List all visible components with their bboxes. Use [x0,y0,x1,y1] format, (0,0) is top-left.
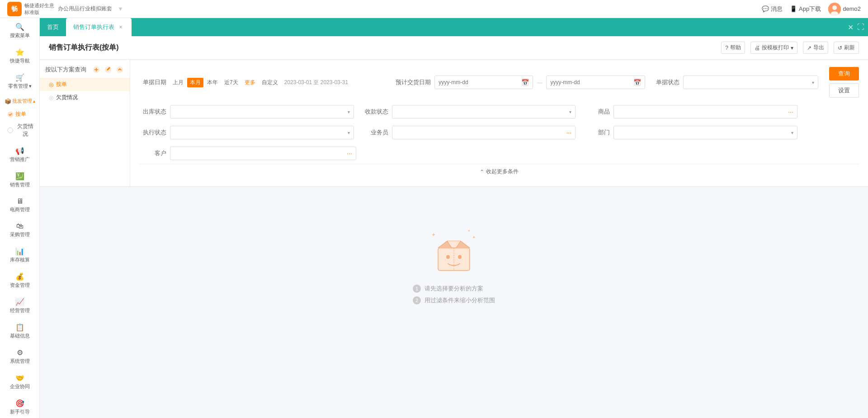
circle-icon [7,127,13,133]
chevron-up-icon: ⌃ [480,169,484,175]
expected-date-start-input[interactable] [439,79,475,86]
execution-status-dropdown[interactable]: ▾ [170,126,354,139]
tree-item-owed[interactable]: ◎ 欠货情况 [40,91,130,104]
query-button[interactable]: 查询 [829,67,859,81]
button-order-label: 按单 [15,110,26,118]
tip-text-2: 用过滤条件来缩小分析范围 [425,296,495,304]
sidebar-item-operations[interactable]: 📈 经营管理 [0,293,39,318]
sidebar-item-marketing[interactable]: 📢 营销推广 [0,142,39,167]
print-button[interactable]: 🖨 按模板打印 ▾ [750,42,797,54]
breadcrumb-text: 办公用品行业模拟账套 [58,5,112,13]
salesperson-more-button[interactable]: ··· [566,129,572,136]
sidebar-item-purchase[interactable]: 🛍 采购管理 [0,218,39,242]
collapse-scheme-button[interactable] [115,65,124,74]
empty-tips: 1 请先选择要分析的方案 2 用过滤条件来缩小分析范围 [413,285,495,304]
tab-close-button[interactable]: × [117,24,124,31]
tab-sales-order[interactable]: 销售订单执行表 × [66,18,132,36]
svg-text:✦: ✦ [467,229,471,233]
sidebar-item-basic[interactable]: 📋 基础信息 [0,318,39,344]
content-area: 首页 销售订单执行表 × ✕ ⛶ 销售订单执行表(按单) [40,18,868,418]
sidebar-item-sales-label: 销售管理 [0,181,39,188]
sidebar-item-system[interactable]: ⚙ 系统管理 [0,344,39,369]
logo-area: 畅 畅捷通好生意 标准版 [7,2,54,16]
expected-date-end[interactable]: 📅 [546,76,645,89]
department-dropdown[interactable]: ▾ [613,126,797,139]
payment-status-dropdown[interactable]: ▾ [392,105,576,119]
department-label: 部门 [583,128,610,137]
app-container: 畅 畅捷通好生意 标准版 办公用品行业模拟账套 ▼ 💬 消息 📱 App下载 [0,0,868,418]
expected-date-start[interactable]: 📅 [434,76,533,89]
date-buttons: 上月 本月 本年 近7天 更多 自定义 [170,78,281,87]
settings-button[interactable]: 设置 [829,83,859,98]
sidebar-item-sales[interactable]: 💹 销售管理 [0,167,39,193]
collapse-more-button[interactable]: ⌃ 收起更多条件 [139,164,859,179]
export-button[interactable]: ↗ 导出 [803,42,828,54]
top-bar: 畅 畅捷通好生意 标准版 办公用品行业模拟账套 ▼ 💬 消息 📱 App下载 [0,0,868,18]
sidebar-item-inventory[interactable]: 📊 库存核算 [0,242,39,268]
sidebar-item-search-label: 搜索菜单 [0,32,39,39]
payment-dropdown-arrow: ▾ [569,109,571,114]
salesperson-input[interactable]: ··· [392,126,576,139]
refresh-icon: ↺ [838,45,842,51]
tab-close-all-icon[interactable]: ✕ [848,23,854,32]
sidebar-item-owed[interactable]: 欠货情况 [0,120,39,140]
refresh-button[interactable]: ↺ 刷新 [834,42,859,54]
goods-more-button[interactable]: ··· [788,108,793,115]
empty-state: ✦ ✦ ✦ 1 请先选择要分析的方案 2 用过滤条件来缩小分析范围 [40,187,868,341]
top-bar-right: 💬 消息 📱 App下载 demo2 [762,3,861,15]
execution-dropdown-arrow: ▾ [348,130,350,135]
tree-item-button-order[interactable]: ◎ 按单 [40,78,130,91]
sidebar-item-retail[interactable]: 🛒 零售管理 ▾ [0,69,39,94]
date-btn-custom[interactable]: 自定义 [259,78,281,87]
tab-bar: 首页 销售订单执行表 × ✕ ⛶ [40,18,868,36]
sidebar-item-enterprise-label: 企业协同 [0,383,39,390]
goods-input[interactable]: ··· [613,105,797,119]
customer-more-button[interactable]: ··· [347,150,352,157]
message-button[interactable]: 💬 消息 [762,5,783,13]
owed-label: 欠货情况 [15,123,36,138]
tab-maximize-icon[interactable]: ⛶ [857,23,864,31]
add-scheme-button[interactable] [92,65,101,74]
date-btn-more[interactable]: 更多 [242,78,258,87]
sidebar-item-finance[interactable]: 💰 资金管理 [0,268,39,293]
sidebar-item-ecommerce[interactable]: 🖥 电商管理 [0,193,39,218]
filter-actions: 查询 设置 [829,67,859,98]
expected-date-label: 预计交货日期 [396,78,431,86]
sidebar-item-quicknav-label: 快捷导航 [0,57,39,64]
tab-home[interactable]: 首页 [40,18,66,36]
sidebar-wholesale-header[interactable]: 📦 批发管理 ▴ [0,94,39,106]
sidebar: 🔍 搜索菜单 ⭐ 快捷导航 🛒 零售管理 ▾ 📦 批发管理 ▴ [0,18,40,418]
status-dropdown[interactable]: ▾ [683,76,819,89]
goods-filter: 商品 ··· [583,105,797,119]
app-icon: 📱 [790,5,797,12]
filter-row-4: 客户 ··· [139,147,859,160]
customer-input[interactable]: ··· [170,147,356,160]
app-download-button[interactable]: 📱 App下载 [790,5,821,13]
delivery-status-dropdown[interactable]: ▾ [170,105,354,119]
sidebar-item-retail-label: 零售管理 ▾ [0,83,39,90]
logo-icon: 畅 [7,2,22,16]
filter-section: 按以下方案查询 [40,60,868,187]
tree-item-label: 按单 [56,81,67,88]
sidebar-item-wholesale-label: 批发管理 [12,98,32,104]
user-menu-button[interactable]: demo2 [828,3,861,15]
retail-icon: 🛒 [0,73,39,82]
date-btn-last-month[interactable]: 上月 [170,78,186,87]
export-icon: ↗ [807,45,811,51]
date-btn-last-7days[interactable]: 近7天 [222,78,241,87]
sidebar-item-button-order[interactable]: 按单 [0,108,39,120]
sidebar-item-enterprise[interactable]: 🤝 企业协同 [0,369,39,394]
edit-scheme-button[interactable] [104,65,113,74]
help-button[interactable]: ? 帮助 [721,42,745,54]
execution-status-filter: 执行状态 ▾ [139,126,354,139]
home-tab-label: 首页 [47,23,59,31]
finance-icon: 💰 [0,272,39,281]
customer-label: 客户 [139,149,166,157]
date-btn-current-year[interactable]: 本年 [204,78,221,87]
sidebar-item-quick-nav[interactable]: ⭐ 快捷导航 [0,43,39,69]
expected-date-end-input[interactable] [550,79,586,86]
date-btn-current-month[interactable]: 本月 [187,78,203,87]
sidebar-item-search[interactable]: 🔍 搜索菜单 [0,18,39,43]
breadcrumb-dropdown-icon[interactable]: ▼ [118,5,123,12]
sidebar-item-guide[interactable]: 🎯 新手引导 [0,394,39,418]
